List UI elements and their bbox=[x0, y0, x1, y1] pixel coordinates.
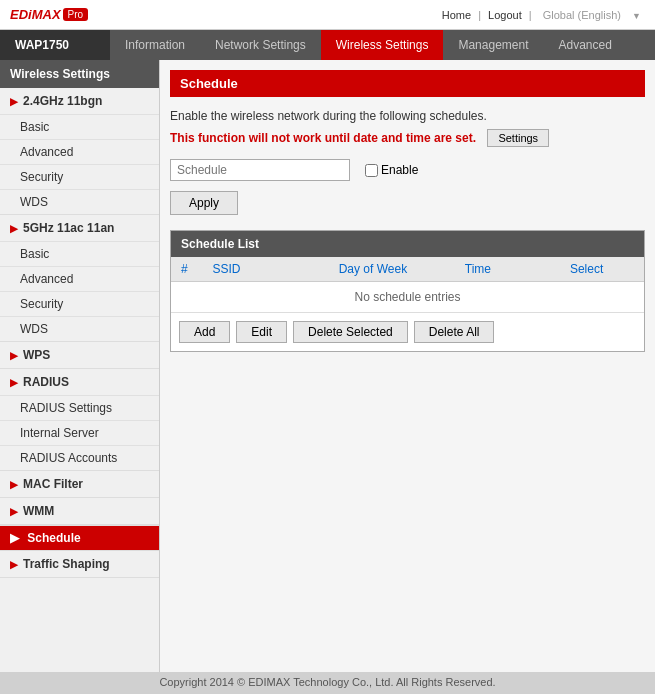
sidebar-category-wmm[interactable]: ▶ WMM bbox=[0, 498, 159, 524]
sidebar-item-schedule[interactable]: ▶ Schedule bbox=[0, 525, 159, 550]
home-link[interactable]: Home bbox=[442, 9, 471, 21]
schedule-input[interactable] bbox=[170, 159, 350, 181]
sidebar-item-advanced-5g[interactable]: Advanced bbox=[0, 266, 159, 291]
arrow-icon-radius: ▶ bbox=[10, 377, 18, 388]
schedule-table: # SSID Day of Week Time Select No schedu… bbox=[171, 257, 644, 312]
section-traffic-shaping: ▶ Traffic Shaping bbox=[0, 551, 159, 578]
add-button[interactable]: Add bbox=[179, 321, 230, 343]
table-no-entries-row: No schedule entries bbox=[171, 282, 644, 313]
sidebar-category-wps-label: WPS bbox=[23, 348, 50, 362]
sidebar-category-traffic-shaping-label: Traffic Shaping bbox=[23, 557, 110, 571]
nav-advanced[interactable]: Advanced bbox=[543, 30, 626, 60]
sidebar-title: Wireless Settings bbox=[0, 60, 159, 88]
sidebar: Wireless Settings ▶ 2.4GHz 11bgn Basic A… bbox=[0, 60, 160, 672]
arrow-icon-wmm: ▶ bbox=[10, 506, 18, 517]
sidebar-category-wmm-label: WMM bbox=[23, 504, 54, 518]
delete-all-button[interactable]: Delete All bbox=[414, 321, 495, 343]
separator2: | bbox=[529, 9, 535, 21]
enable-label-text: Enable bbox=[381, 163, 418, 177]
section-schedule: ▶ Schedule bbox=[0, 525, 159, 551]
lang-label[interactable]: Global (English) bbox=[543, 9, 621, 21]
sidebar-item-wds-2g[interactable]: WDS bbox=[0, 189, 159, 214]
section-5ghz: ▶ 5GHz 11ac 11an Basic Advanced Security… bbox=[0, 215, 159, 342]
arrow-icon-schedule: ▶ bbox=[10, 531, 19, 545]
lang-arrow-icon: ▼ bbox=[632, 11, 641, 21]
sidebar-category-mac-filter-label: MAC Filter bbox=[23, 477, 83, 491]
section-2ghz: ▶ 2.4GHz 11bgn Basic Advanced Security W… bbox=[0, 88, 159, 215]
nav-wireless-settings[interactable]: Wireless Settings bbox=[321, 30, 444, 60]
schedule-list-title: Schedule List bbox=[171, 231, 644, 257]
sidebar-item-wds-5g[interactable]: WDS bbox=[0, 316, 159, 341]
logout-link[interactable]: Logout bbox=[488, 9, 522, 21]
page-title: Schedule bbox=[170, 70, 645, 97]
th-day: Day of Week bbox=[329, 257, 455, 282]
sidebar-category-mac-filter[interactable]: ▶ MAC Filter bbox=[0, 471, 159, 497]
sidebar-category-radius-label: RADIUS bbox=[23, 375, 69, 389]
footer: Copyright 2014 © EDIMAX Technology Co., … bbox=[0, 672, 655, 694]
no-entries-cell: No schedule entries bbox=[171, 282, 644, 313]
table-header-row: # SSID Day of Week Time Select bbox=[171, 257, 644, 282]
th-time: Time bbox=[455, 257, 560, 282]
arrow-icon-5ghz: ▶ bbox=[10, 223, 18, 234]
delete-selected-button[interactable]: Delete Selected bbox=[293, 321, 408, 343]
sidebar-item-radius-accounts[interactable]: RADIUS Accounts bbox=[0, 445, 159, 470]
logo-pro: Pro bbox=[63, 8, 89, 21]
top-links: Home | Logout | Global (English) ▼ bbox=[442, 9, 645, 21]
edit-button[interactable]: Edit bbox=[236, 321, 287, 343]
sidebar-item-advanced-2g[interactable]: Advanced bbox=[0, 139, 159, 164]
sidebar-item-radius-settings[interactable]: RADIUS Settings bbox=[0, 395, 159, 420]
warning-text: This function will not work until date a… bbox=[170, 131, 476, 145]
separator1: | bbox=[478, 9, 484, 21]
warning-row: This function will not work until date a… bbox=[170, 129, 645, 147]
section-radius: ▶ RADIUS RADIUS Settings Internal Server… bbox=[0, 369, 159, 471]
sidebar-category-2ghz-label: 2.4GHz 11bgn bbox=[23, 94, 102, 108]
action-buttons: Add Edit Delete Selected Delete All bbox=[171, 312, 644, 351]
sidebar-category-2ghz[interactable]: ▶ 2.4GHz 11bgn bbox=[0, 88, 159, 114]
nav-network-settings[interactable]: Network Settings bbox=[200, 30, 321, 60]
nav-management[interactable]: Management bbox=[443, 30, 543, 60]
enable-label: Enable bbox=[365, 163, 418, 177]
section-wmm: ▶ WMM bbox=[0, 498, 159, 525]
footer-text: Copyright 2014 © EDIMAX Technology Co., … bbox=[159, 676, 495, 688]
arrow-icon-traffic-shaping: ▶ bbox=[10, 559, 18, 570]
sidebar-item-basic-2g[interactable]: Basic bbox=[0, 114, 159, 139]
sidebar-item-security-2g[interactable]: Security bbox=[0, 164, 159, 189]
nav-information[interactable]: Information bbox=[110, 30, 200, 60]
arrow-icon-2ghz: ▶ bbox=[10, 96, 18, 107]
nav-bar: WAP1750 Information Network Settings Wir… bbox=[0, 30, 655, 60]
arrow-icon-wps: ▶ bbox=[10, 350, 18, 361]
sidebar-category-wps[interactable]: ▶ WPS bbox=[0, 342, 159, 368]
schedule-list-container: Schedule List # SSID Day of Week Time Se… bbox=[170, 230, 645, 352]
sidebar-category-traffic-shaping[interactable]: ▶ Traffic Shaping bbox=[0, 551, 159, 577]
apply-button[interactable]: Apply bbox=[170, 191, 238, 215]
sidebar-category-radius[interactable]: ▶ RADIUS bbox=[0, 369, 159, 395]
enable-checkbox[interactable] bbox=[365, 164, 378, 177]
model-label: WAP1750 bbox=[0, 30, 110, 60]
arrow-icon-mac-filter: ▶ bbox=[10, 479, 18, 490]
info-text: Enable the wireless network during the f… bbox=[170, 109, 645, 123]
top-bar: EDiMAX Pro Home | Logout | Global (Engli… bbox=[0, 0, 655, 30]
settings-button[interactable]: Settings bbox=[487, 129, 549, 147]
logo-text: EDiMAX bbox=[10, 7, 61, 22]
content-area: Schedule Enable the wireless network dur… bbox=[160, 60, 655, 672]
th-hash: # bbox=[171, 257, 203, 282]
sidebar-item-internal-server[interactable]: Internal Server bbox=[0, 420, 159, 445]
section-wps: ▶ WPS bbox=[0, 342, 159, 369]
section-mac-filter: ▶ MAC Filter bbox=[0, 471, 159, 498]
sidebar-item-basic-5g[interactable]: Basic bbox=[0, 241, 159, 266]
sidebar-category-5ghz-label: 5GHz 11ac 11an bbox=[23, 221, 114, 235]
sidebar-category-5ghz[interactable]: ▶ 5GHz 11ac 11an bbox=[0, 215, 159, 241]
schedule-input-row: Enable bbox=[170, 159, 645, 181]
th-ssid: SSID bbox=[203, 257, 329, 282]
logo: EDiMAX Pro bbox=[10, 7, 88, 22]
sidebar-item-security-5g[interactable]: Security bbox=[0, 291, 159, 316]
main-layout: Wireless Settings ▶ 2.4GHz 11bgn Basic A… bbox=[0, 60, 655, 672]
th-select: Select bbox=[560, 257, 644, 282]
sidebar-schedule-label: Schedule bbox=[27, 531, 80, 545]
